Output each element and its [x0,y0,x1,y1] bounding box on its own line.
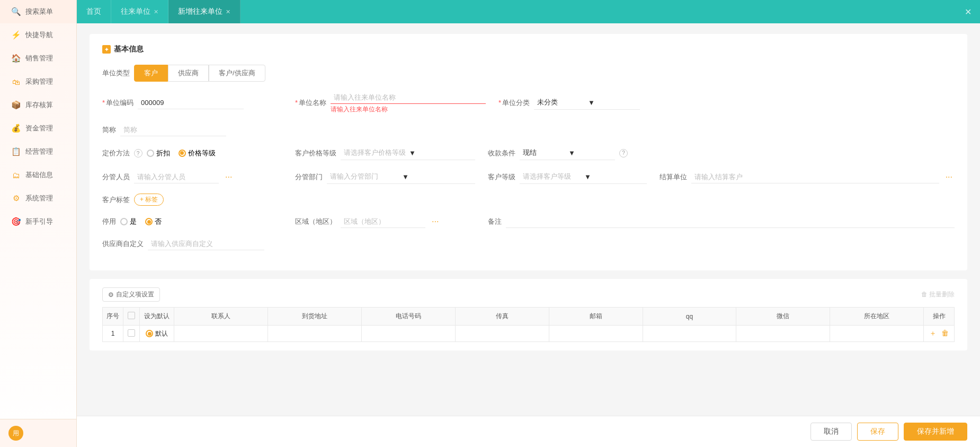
row-add-btn[interactable]: ＋ [929,329,937,337]
row-qq[interactable] [643,326,736,342]
manager-label: 分管人员 [102,172,130,182]
disabled-no-radio[interactable]: 否 [145,217,162,226]
sidebar-item-purchase[interactable]: 🛍 采购管理 [0,70,76,93]
region-dots-btn[interactable]: ··· [430,217,441,226]
row-contact[interactable] [174,326,268,342]
disabled-yes-radio[interactable]: 是 [120,217,137,226]
region-input[interactable] [341,215,425,228]
disabled-item: 停用 是 否 [102,217,282,226]
customize-settings-btn[interactable]: ⚙ 自定义项设置 [102,287,160,302]
unit-category-select[interactable]: 未分类 ▼ [534,95,640,110]
payment-terms-help-icon[interactable]: ? [619,149,628,157]
sidebar: 🔍 搜索菜单 ⚡ 快捷导航 🏠 销售管理 🛍 采购管理 📦 库存核算 💰 资金管… [0,0,77,447]
pricing-discount-circle [147,150,154,157]
pricing-level-radio[interactable]: 价格等级 [179,148,216,158]
sidebar-item-finance[interactable]: 💰 资金管理 [0,117,76,140]
col-wechat: 微信 [736,308,830,326]
row-wechat-input[interactable] [741,330,825,337]
sidebar-item-guide[interactable]: 🎯 新手引导 [0,210,76,233]
tab-new-partner[interactable]: 新增往来单位 ✕ [168,0,240,23]
customer-level-select[interactable]: 请选择客户等级 ▼ [520,170,647,184]
disabled-region-row: 停用 是 否 区 [102,215,955,228]
finance-icon: 💰 [11,123,21,134]
row-qq-input[interactable] [647,330,732,337]
department-select[interactable]: 请输入分管部门 ▼ [327,170,475,184]
row-checkbox[interactable] [128,329,135,337]
short-name-input[interactable] [120,124,226,136]
tab-partner-close[interactable]: ✕ [154,8,158,15]
row-fax[interactable] [455,326,549,342]
settlement-unit-input[interactable] [691,171,939,183]
row-region[interactable] [830,326,924,342]
col-address: 到货地址 [268,308,361,326]
sidebar-item-system[interactable]: ⚙ 系统管理 [0,187,76,210]
contact-table: 序号 设为默认 联系人 到货地址 电话号码 传真 邮箱 qq 微信 所在地区 [102,307,955,342]
row-default-cell: 默认 [140,326,174,342]
manager-dots-btn[interactable]: ··· [223,172,234,182]
search-menu-icon: 🔍 [11,6,21,17]
manager-row: 分管人员 ··· 分管部门 请输入分管部门 ▼ 客户等级 请选择客户等级 ▼ [102,170,955,184]
type-btn-supplier[interactable]: 供应商 [168,65,209,82]
code-name-category-row: *单位编码 *单位名称 请输入往来单位名称 *单位分类 [102,91,955,114]
row-email-input[interactable] [554,330,638,337]
save-new-button[interactable]: 保存并新增 [904,423,967,441]
type-btn-both[interactable]: 客户/供应商 [209,65,265,82]
pricing-level-inner [180,151,184,155]
payment-terms-select[interactable]: 现结 ▼ [520,146,615,160]
disabled-yes-circle [120,218,128,225]
tab-new-partner-close[interactable]: ✕ [226,8,230,15]
tab-home[interactable]: 首页 [77,0,111,23]
short-name-item: 简称 [102,124,282,136]
row-contact-input[interactable] [179,330,263,337]
pricing-method-help-icon[interactable]: ? [134,149,142,157]
save-button[interactable]: 保存 [857,423,898,441]
sidebar-item-operations[interactable]: 📋 经营管理 [0,140,76,163]
unit-code-input[interactable] [138,97,244,109]
sidebar-item-search[interactable]: 🔍 搜索菜单 [0,0,76,23]
customer-price-level-select[interactable]: 请选择客户价格等级 ▼ [341,146,475,160]
row-fax-input[interactable] [460,330,545,337]
pricing-method-radio-group: 折扣 价格等级 [147,148,216,158]
sidebar-bottom: 用 [0,419,76,447]
unit-code-label: *单位编码 [102,98,133,108]
row-address[interactable] [268,326,361,342]
global-close-btn[interactable]: ✕ [965,7,972,17]
row-region-input[interactable] [834,330,919,337]
department-label: 分管部门 [295,172,323,182]
cancel-button[interactable]: 取消 [810,423,852,441]
disabled-label: 停用 [102,217,116,226]
disabled-no-inner [147,220,151,224]
row-address-input[interactable] [272,330,357,337]
region-item: 区域（地区） ··· [295,215,475,228]
content-area: ✦ 基本信息 单位类型 客户 供应商 客户/供应商 *单位编 [77,23,980,416]
payment-terms-label: 收款条件 [488,148,515,158]
basic-info-icon: 🗂 [11,170,21,180]
tab-partner[interactable]: 往来单位 ✕ [111,0,168,23]
short-name-row: 简称 [102,124,955,136]
row-email[interactable] [549,326,643,342]
manager-input[interactable] [134,171,219,183]
row-wechat[interactable] [736,326,830,342]
pricing-discount-radio[interactable]: 折扣 [147,148,170,158]
header-checkbox[interactable] [128,312,135,319]
footer: 取消 保存 保存并新增 [77,416,980,447]
sidebar-item-sales[interactable]: 🏠 销售管理 [0,47,76,70]
row-delete-btn[interactable]: 🗑 [941,329,949,337]
sidebar-item-quick-nav[interactable]: ⚡ 快捷导航 [0,23,76,47]
unit-type-label: 单位类型 [102,68,130,78]
supplier-custom-input[interactable] [148,238,264,250]
batch-delete-btn[interactable]: 🗑 批量删除 [921,290,955,299]
type-btn-customer[interactable]: 客户 [134,65,168,82]
unit-name-input[interactable] [331,91,486,104]
unit-type-row: 单位类型 客户 供应商 客户/供应商 [102,65,955,82]
sidebar-item-inventory[interactable]: 📦 库存核算 [0,93,76,117]
row-phone[interactable] [361,326,455,342]
settlement-unit-dots-btn[interactable]: ··· [943,172,955,182]
pricing-level-circle [179,150,186,157]
row-default-radio[interactable]: 默认 [144,329,170,338]
remarks-input[interactable] [506,215,955,228]
add-tag-btn[interactable]: + 标签 [134,194,164,206]
row-phone-input[interactable] [366,330,451,337]
sidebar-item-basic-info[interactable]: 🗂 基础信息 [0,163,76,187]
settlement-unit-item: 结算单位 ··· [660,171,955,183]
